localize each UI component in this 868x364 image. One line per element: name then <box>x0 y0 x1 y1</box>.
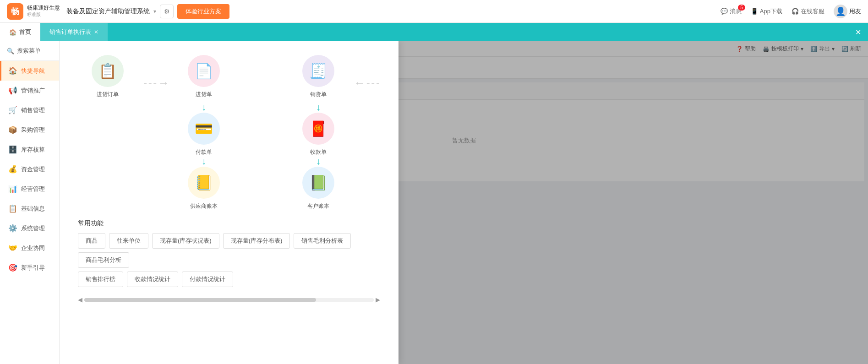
settings-button[interactable]: ⚙ <box>160 5 174 18</box>
sales-icon: 🛒 <box>8 106 17 114</box>
sidebar-item-finance[interactable]: 💰 资金管理 <box>0 159 59 179</box>
logo-area: 畅 畅康通好生意 标准版 <box>7 3 66 20</box>
sidebar-item-quick-nav[interactable]: 🏠 快捷导航 <box>0 61 59 81</box>
tab-close-all-icon[interactable]: ✕ <box>855 28 861 37</box>
header-right: 💬 5 消息 📱 App下载 🎧 在线客服 👤 用友 <box>721 5 861 18</box>
modal-content: 📋 进货订单 - - - → 📄 进货单 <box>60 41 399 364</box>
flow-node-payment-bill[interactable]: 💳 付款单 <box>188 113 220 156</box>
logo-icon: 畅 <box>7 3 23 20</box>
avatar: 👤 <box>834 5 847 18</box>
flow-node-supplier-ledger[interactable]: 📒 供应商账本 <box>188 167 220 210</box>
message-button[interactable]: 💬 5 消息 <box>721 7 742 16</box>
logo-text: 畅康通好生意 <box>27 5 60 12</box>
scroll-thumb[interactable] <box>84 298 316 302</box>
purchase-bill-circle: 📄 <box>188 55 220 87</box>
sidebar-item-enterprise[interactable]: 🤝 企业协同 <box>0 238 59 258</box>
modal-dialog: 📋 进货订单 - - - → 📄 进货单 <box>60 41 399 364</box>
tab-sales-execution-label: 销售订单执行表 <box>49 28 91 36</box>
sidebar-item-marketing[interactable]: 📢 营销推广 <box>0 81 59 100</box>
sidebar-item-basic[interactable]: 📋 基础信息 <box>0 199 59 218</box>
sidebar-item-operations-label: 经营管理 <box>21 185 45 193</box>
flow-node-receipt-bill[interactable]: 🧧 收款单 <box>302 113 334 156</box>
arrow-v1: ↓ <box>202 102 206 113</box>
func-btn-stock-status[interactable]: 现存量(库存状况表) <box>152 233 219 249</box>
newbie-icon: 🎯 <box>8 263 17 272</box>
customer-ledger-circle: 📗 <box>302 167 334 199</box>
func-btn-contacts[interactable]: 往来单位 <box>109 233 148 249</box>
sidebar-item-newbie-label: 新手引导 <box>21 264 45 272</box>
payment-bill-label: 付款单 <box>196 148 212 156</box>
func-row-1: 商品 往来单位 现存量(库存状况表) 现存量(库存分布表) 销售毛利分析表 商品… <box>78 233 380 268</box>
payment-bill-icon: 💳 <box>195 120 213 137</box>
purchase-order-label: 进货订单 <box>97 91 119 98</box>
common-functions-section: 常用功能 商品 往来单位 现存量(库存状况表) 现存量(库存分布表) 销售毛利分… <box>78 219 380 287</box>
flow-node-purchase-bill[interactable]: 📄 进货单 <box>188 55 220 98</box>
search-menu-label: 搜索菜单 <box>17 47 41 55</box>
trial-button[interactable]: 体验行业方案 <box>177 4 229 19</box>
sidebar-item-quick-nav-label: 快捷导航 <box>21 67 45 75</box>
func-btn-sales-profit[interactable]: 销售毛利分析表 <box>294 233 351 249</box>
func-btn-stock-distribution[interactable]: 现存量(库存分布表) <box>223 233 290 249</box>
main-layout: 🔍 搜索菜单 🏠 快捷导航 📢 营销推广 🛒 销售管理 📦 采购管理 🗄️ 库存… <box>0 41 868 364</box>
message-icon: 💬 <box>721 8 728 15</box>
top-header: 畅 畅康通好生意 标准版 装备及固定资产辅助管理系统 ▾ ⚙ 体验行业方案 💬 … <box>0 0 868 23</box>
system-title-area: 装备及固定资产辅助管理系统 ▾ ⚙ 体验行业方案 <box>66 4 721 19</box>
sidebar-item-newbie[interactable]: 🎯 新手引导 <box>0 258 59 277</box>
flow-node-customer-ledger[interactable]: 📗 客户账本 <box>302 167 334 210</box>
arrow-v3: ↓ <box>202 156 206 167</box>
arrow-h1: - - - → <box>143 76 168 98</box>
user-name: 用友 <box>849 7 861 16</box>
logo-sub: 标准版 <box>27 11 60 18</box>
purchase-order-circle: 📋 <box>92 55 124 87</box>
sidebar-item-system-label: 系统管理 <box>21 224 45 233</box>
search-menu-button[interactable]: 🔍 搜索菜单 <box>0 41 59 61</box>
purchase-order-icon: 📋 <box>98 62 117 80</box>
operations-icon: 📊 <box>8 185 17 193</box>
sidebar-item-system[interactable]: ⚙️ 系统管理 <box>0 218 59 238</box>
payment-bill-circle: 💳 <box>188 113 220 145</box>
nav-tabs: 🏠 首页 销售订单执行表 ✕ ✕ <box>0 23 868 41</box>
online-service-label: 在线客服 <box>801 7 824 16</box>
sidebar-item-inventory-label: 库存核算 <box>21 146 45 154</box>
func-row-2: 销售排行榜 收款情况统计 付款情况统计 <box>78 272 380 287</box>
sidebar-item-inventory[interactable]: 🗄️ 库存核算 <box>0 140 59 159</box>
sidebar-item-purchase-label: 采购管理 <box>21 126 45 134</box>
flow-node-sales-bill[interactable]: 🧾 销货单 <box>302 55 334 98</box>
sidebar-item-basic-label: 基础信息 <box>21 205 45 213</box>
customer-ledger-icon: 📗 <box>309 174 328 191</box>
sidebar-item-sales-label: 销售管理 <box>21 106 45 114</box>
online-service-button[interactable]: 🎧 在线客服 <box>792 7 824 16</box>
scroll-right-arrow[interactable]: ▶ <box>376 296 380 303</box>
func-btn-receipt-stats[interactable]: 收款情况统计 <box>127 272 178 287</box>
tab-sales-execution[interactable]: 销售订单执行表 ✕ <box>40 23 108 41</box>
func-btn-sales-ranking[interactable]: 销售排行榜 <box>78 272 123 287</box>
finance-icon: 💰 <box>8 165 17 174</box>
sidebar-item-operations[interactable]: 📊 经营管理 <box>0 179 59 199</box>
system-icon: ⚙️ <box>8 224 17 233</box>
tab-home[interactable]: 🏠 首页 <box>0 23 40 41</box>
sidebar-item-purchase[interactable]: 📦 采购管理 <box>0 120 59 140</box>
sidebar-item-sales[interactable]: 🛒 销售管理 <box>0 100 59 120</box>
func-btn-product-profit[interactable]: 商品毛利分析 <box>78 252 129 268</box>
user-area[interactable]: 👤 用友 <box>834 5 861 18</box>
flow-diagram: 📋 进货订单 - - - → 📄 进货单 <box>78 55 380 210</box>
receipt-bill-icon: 🧧 <box>309 120 328 137</box>
sidebar-item-finance-label: 资金管理 <box>21 165 45 174</box>
online-service-icon: 🎧 <box>792 8 799 15</box>
func-btn-payment-stats[interactable]: 付款情况统计 <box>182 272 233 287</box>
modal-overlay[interactable]: 📋 进货订单 - - - → 📄 进货单 <box>60 41 868 364</box>
search-icon: 🔍 <box>7 48 14 54</box>
app-download-button[interactable]: 📱 App下载 <box>751 7 782 16</box>
tab-close-icon[interactable]: ✕ <box>94 29 98 35</box>
common-functions-title: 常用功能 <box>78 219 380 228</box>
scroll-left-arrow[interactable]: ◀ <box>78 296 82 303</box>
system-title: 装备及固定资产辅助管理系统 <box>66 7 150 16</box>
flow-node-purchase-order[interactable]: 📋 进货订单 <box>92 55 124 98</box>
arrow-v4: ↓ <box>316 156 321 167</box>
supplier-ledger-circle: 📒 <box>188 167 220 199</box>
system-dropdown-icon[interactable]: ▾ <box>153 8 156 15</box>
customer-ledger-label: 客户账本 <box>307 202 329 210</box>
func-btn-product[interactable]: 商品 <box>78 233 105 249</box>
sales-bill-circle: 🧾 <box>302 55 334 87</box>
sidebar-item-enterprise-label: 企业协同 <box>21 244 45 252</box>
